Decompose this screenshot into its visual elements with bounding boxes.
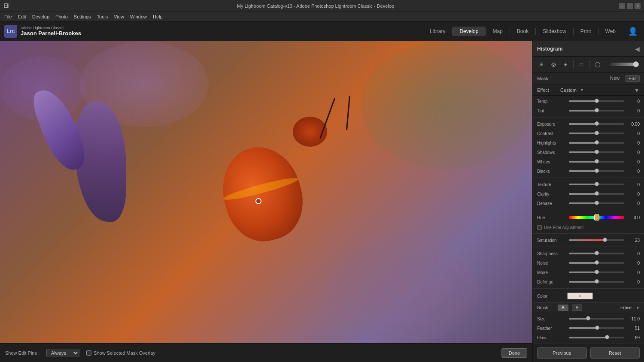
saturation-fill <box>569 239 605 241</box>
nav-library[interactable]: Library <box>423 27 453 36</box>
mask-label: Mask : <box>537 76 551 81</box>
minimize-button[interactable]: − <box>619 3 625 9</box>
user-icon[interactable]: 👤 <box>626 24 640 38</box>
previous-button[interactable]: Previous <box>537 347 587 359</box>
show-edit-pins-dropdown[interactable]: Always Never Selected <box>46 349 79 357</box>
menubar: File Edit Develop Photo Settings Tools V… <box>0 12 644 21</box>
shadows-track[interactable] <box>569 151 624 153</box>
dehaze-track[interactable] <box>569 202 624 204</box>
brush-dropdown-arrow[interactable]: ▼ <box>636 306 640 310</box>
clarity-row: Clarity 0 <box>533 189 644 199</box>
menu-settings[interactable]: Settings <box>71 13 94 20</box>
main-layout: Show Edit Pins : Always Never Selected S… <box>0 41 644 362</box>
brush-a-button[interactable]: A <box>558 305 568 311</box>
moire-thumb[interactable] <box>595 270 599 274</box>
temp-track[interactable] <box>569 100 624 102</box>
show-mask-checkbox[interactable] <box>86 350 91 356</box>
logo-abbr: Lrc <box>7 28 15 34</box>
whites-track[interactable] <box>569 161 624 163</box>
effect-value[interactable]: Custom <box>560 87 577 93</box>
feather-track[interactable] <box>569 327 624 329</box>
highlights-thumb[interactable] <box>595 140 599 145</box>
nav-print[interactable]: Print <box>574 27 598 36</box>
menu-photo[interactable]: Photo <box>53 13 70 20</box>
erase-button[interactable]: Erase <box>620 305 632 310</box>
texture-thumb[interactable] <box>595 182 599 186</box>
nav-map[interactable]: Map <box>486 27 509 36</box>
feather-fill <box>569 327 597 329</box>
nav-book[interactable]: Book <box>510 27 535 36</box>
reset-button[interactable]: Reset <box>590 347 640 359</box>
effect-collapse-arrow[interactable]: ▼ <box>634 87 640 94</box>
dehaze-thumb[interactable] <box>595 201 599 205</box>
saturation-row: Saturation 23 <box>533 235 644 245</box>
moire-track[interactable] <box>569 272 624 273</box>
sharpness-track[interactable] <box>569 253 624 254</box>
flow-track[interactable] <box>569 337 624 338</box>
masking-tool[interactable]: □ <box>576 59 586 69</box>
shadows-thumb[interactable] <box>595 150 599 154</box>
nav-slideshow[interactable]: Slideshow <box>536 27 573 36</box>
redeye-tool[interactable]: ● <box>560 59 571 69</box>
maximize-button[interactable]: □ <box>627 3 633 9</box>
whites-label: Whites <box>537 160 567 164</box>
photo-canvas[interactable] <box>0 41 532 343</box>
noise-track[interactable] <box>569 262 624 264</box>
mask-new-button[interactable]: New <box>608 75 622 82</box>
histogram-collapse-button[interactable]: ◀ <box>635 45 640 52</box>
tint-track[interactable] <box>569 110 624 112</box>
texture-track[interactable] <box>569 184 624 185</box>
feather-thumb[interactable] <box>595 326 599 330</box>
clarity-track[interactable] <box>569 193 624 195</box>
show-mask-overlay-toggle[interactable]: Show Selected Mask Overlay <box>86 350 155 356</box>
hue-label: Hue <box>537 215 567 220</box>
action-buttons: Previous Reset <box>533 344 644 362</box>
exposure-thumb[interactable] <box>595 121 599 126</box>
brush-sliders-section: Size 11.0 Feather 51 Flow <box>533 313 644 343</box>
temp-thumb[interactable] <box>595 99 599 103</box>
tool-separator-1 <box>573 60 574 68</box>
radial-filter-tool[interactable]: ◯ <box>592 59 602 69</box>
highlights-track[interactable] <box>569 142 624 144</box>
tint-thumb[interactable] <box>595 108 599 112</box>
size-thumb[interactable] <box>586 316 590 320</box>
sharpness-thumb[interactable] <box>595 251 599 255</box>
size-track[interactable] <box>569 318 624 320</box>
flow-thumb[interactable] <box>605 335 609 339</box>
clarity-thumb[interactable] <box>595 191 599 196</box>
blacks-track[interactable] <box>569 170 624 172</box>
crop-tool[interactable]: ⊞ <box>536 59 547 69</box>
brush-b-button[interactable]: B <box>572 305 583 311</box>
noise-fill <box>569 262 597 264</box>
contrast-value: 0 <box>626 131 640 136</box>
mask-edit-button[interactable]: Edit <box>626 75 640 82</box>
app-name: Adobe Lightroom Classic <box>21 26 81 30</box>
effect-dropdown-arrow[interactable]: ▼ <box>580 88 584 92</box>
hue-thumb[interactable] <box>594 214 599 220</box>
noise-thumb[interactable] <box>595 260 599 265</box>
menu-edit[interactable]: Edit <box>15 13 29 20</box>
menu-tools[interactable]: Tools <box>94 13 111 20</box>
defringe-track[interactable] <box>569 281 624 283</box>
nav-develop[interactable]: Develop <box>453 27 485 36</box>
close-button[interactable]: × <box>635 3 641 9</box>
fine-adjustment-checkbox[interactable] <box>537 225 542 230</box>
saturation-track[interactable] <box>569 239 624 241</box>
saturation-thumb[interactable] <box>603 238 607 242</box>
done-button[interactable]: Done <box>501 348 527 358</box>
menu-file[interactable]: File <box>2 13 15 20</box>
menu-help[interactable]: Help <box>150 13 165 20</box>
menu-develop[interactable]: Develop <box>30 13 52 20</box>
spot-removal-tool[interactable]: ◎ <box>548 59 559 69</box>
nav-web[interactable]: Web <box>598 27 623 36</box>
menu-view[interactable]: View <box>111 13 127 20</box>
blacks-thumb[interactable] <box>595 169 599 173</box>
menu-window[interactable]: Window <box>128 13 149 20</box>
exposure-track[interactable] <box>569 123 624 125</box>
contrast-track[interactable] <box>569 133 624 134</box>
hue-track[interactable] <box>569 216 624 219</box>
whites-thumb[interactable] <box>595 159 599 163</box>
defringe-thumb[interactable] <box>595 279 599 284</box>
contrast-thumb[interactable] <box>595 131 599 135</box>
color-swatch[interactable]: ✕ <box>567 293 593 299</box>
